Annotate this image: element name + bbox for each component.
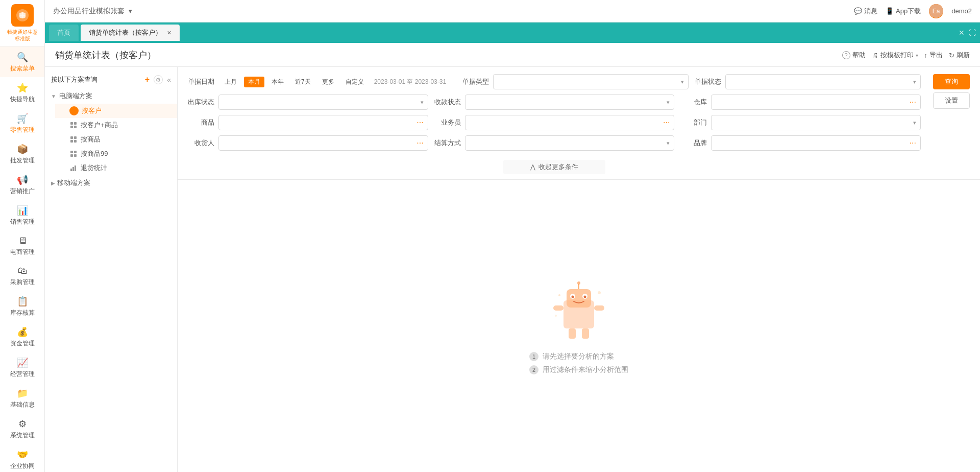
collapse-label: 收起更多条件 <box>538 162 578 172</box>
message-btn[interactable]: 💬 消息 <box>854 7 877 16</box>
page-header-actions: ? 帮助 🖨 按模板打印 ▾ ↑ 导出 ↻ 刷新 <box>842 51 970 60</box>
topbar-left: 办公用品行业模拟账套 ▾ <box>53 7 132 16</box>
topbar-right: 💬 消息 📱 App下载 Ea demo2 <box>854 4 972 18</box>
svg-rect-15 <box>70 169 72 171</box>
tab-close-btn[interactable]: ✕ <box>167 30 172 36</box>
main-area: 办公用品行业模拟账套 ▾ 💬 消息 📱 App下载 Ea <box>45 0 980 472</box>
tab-sales-stats[interactable]: 销货单统计表（按客户） ✕ <box>81 25 180 41</box>
sidebar-item-system[interactable]: ⚙ 系统管理 <box>0 413 44 444</box>
tree-item-by-product-99[interactable]: 按商品99 <box>55 147 177 161</box>
sidebar-item-inventory[interactable]: 📋 库存核算 <box>0 291 44 321</box>
sidebar-item-quick-nav[interactable]: ⭐ 快捷导航 <box>0 77 44 108</box>
filter-department-select[interactable]: ▾ <box>711 115 921 130</box>
svg-rect-24 <box>553 305 564 311</box>
filter-doc-status-col: 单据状态 ▾ <box>695 74 921 89</box>
template-print-btn[interactable]: 🖨 按模板打印 ▾ <box>872 51 918 60</box>
collapse-btn[interactable]: ⋀ 收起更多条件 <box>503 160 605 174</box>
refresh-btn[interactable]: ↻ 刷新 <box>949 51 970 60</box>
sidebar-item-finance-label: 资金管理 <box>10 339 35 348</box>
svg-point-23 <box>584 296 586 298</box>
filter-btn-custom[interactable]: 自定义 <box>341 76 368 88</box>
svg-text:Ea: Ea <box>933 8 940 15</box>
filter-btn-last-month[interactable]: 上月 <box>220 76 241 88</box>
tree-item-by-customer[interactable]: 按客户 <box>55 104 177 118</box>
filter-btn-more[interactable]: 更多 <box>318 76 338 88</box>
app-download-btn[interactable]: 📱 App下载 <box>886 7 921 16</box>
filter-warehouse-input[interactable]: ··· <box>711 95 921 110</box>
tab-home[interactable]: 首页 <box>49 25 79 41</box>
filter-salesperson-label: 业务员 <box>434 118 461 127</box>
page: 销货单统计表（按客户） ? 帮助 🖨 按模板打印 ▾ ↑ 导出 ↻ 刷新 <box>45 43 980 472</box>
sidebar-item-finance[interactable]: 💰 资金管理 <box>0 321 44 352</box>
filter-date-label: 单据日期 <box>188 77 214 86</box>
brand-dots-icon: ··· <box>910 138 916 148</box>
tree-item-desktop[interactable]: ▼ 电脑端方案 <box>45 88 177 104</box>
filter-brand-input[interactable]: ··· <box>711 135 921 151</box>
filter-product-label: 商品 <box>188 118 214 127</box>
user-avatar[interactable]: Ea <box>929 4 943 18</box>
filter-btn-last-7-days[interactable]: 近7天 <box>291 76 315 88</box>
sidebar-item-search[interactable]: 🔍 搜索菜单 <box>0 46 44 77</box>
sidebar-item-retail-label: 零售管理 <box>10 126 35 134</box>
filter-doc-type-select[interactable]: ▾ <box>493 74 689 89</box>
filter-btn-this-year[interactable]: 本年 <box>267 76 288 88</box>
doc-type-arrow-icon: ▾ <box>681 79 684 85</box>
filter-out-status-label: 出库状态 <box>188 98 214 107</box>
filter-payment-status-select[interactable]: ▾ <box>465 95 675 110</box>
doc-status-arrow-icon: ▾ <box>913 79 916 85</box>
svg-point-29 <box>577 281 580 285</box>
export-btn[interactable]: ↑ 导出 <box>924 51 943 60</box>
sidebar-item-retail[interactable]: 🛒 零售管理 <box>0 108 44 138</box>
filter-product-input[interactable]: ··· <box>218 115 428 130</box>
warehouse-dots-icon: ··· <box>910 98 916 107</box>
filter-department-label: 部门 <box>680 118 707 127</box>
filter-btn-this-month[interactable]: 本月 <box>244 77 264 87</box>
tab-fullscreen-btn[interactable]: ⛶ <box>969 29 976 37</box>
filter-out-status-select[interactable]: ▾ <box>218 95 428 110</box>
sidebar-item-ecommerce[interactable]: 🖥 电商管理 <box>0 230 44 261</box>
sidebar-item-search-label: 搜索菜单 <box>10 64 35 73</box>
sidebar-item-marketing[interactable]: 📢 营销推广 <box>0 169 44 200</box>
filter-salesperson-input[interactable]: ··· <box>465 115 675 130</box>
filter-area: 单据日期 上月 本月 本年 近7天 更多 自定义 2023-03-01 至 20… <box>178 67 980 180</box>
filter-settlement-col: 结算方式 ▾ <box>434 135 675 151</box>
left-panel-add-btn[interactable]: + <box>145 75 150 84</box>
filter-settlement-select[interactable]: ▾ <box>465 135 675 151</box>
search-icon: 🔍 <box>17 52 28 63</box>
wholesale-icon: 📦 <box>17 144 28 155</box>
svg-point-31 <box>598 291 601 294</box>
tab-minimize-btn[interactable]: ✕ <box>959 29 965 37</box>
svg-rect-8 <box>74 136 77 139</box>
left-panel-collapse-btn[interactable]: « <box>167 76 171 84</box>
quick-nav-icon: ⭐ <box>17 82 28 93</box>
sidebar-item-purchase[interactable]: 🛍 采购管理 <box>0 261 44 291</box>
by-customer-product-icon <box>69 121 78 129</box>
tree-label-desktop: 电脑端方案 <box>59 91 92 101</box>
help-btn[interactable]: ? 帮助 <box>842 51 866 60</box>
print-icon: 🖨 <box>872 52 878 59</box>
svg-rect-25 <box>594 305 604 311</box>
filter-brand-col: 品牌 ··· <box>680 135 921 151</box>
settings-filter-btn[interactable]: 设置 <box>933 92 970 109</box>
empty-hint-2-text: 用过滤条件来缩小分析范围 <box>543 365 628 374</box>
sidebar-item-wholesale[interactable]: 📦 批发管理 <box>0 138 44 169</box>
empty-state: 1 请先选择要分析的方案 2 用过滤条件来缩小分析范围 <box>178 180 980 472</box>
sidebar-item-marketing-label: 营销推广 <box>10 187 35 196</box>
filter-receiver-input[interactable]: ··· <box>218 135 428 151</box>
filter-doc-status-select[interactable]: ▾ <box>725 74 921 89</box>
sidebar-item-enterprise-label: 企业协同 <box>10 462 35 470</box>
query-btn[interactable]: 查询 <box>933 74 970 89</box>
filter-date-group: 上月 本月 本年 近7天 更多 自定义 <box>220 76 368 88</box>
query-btns: 查询 设置 <box>927 74 970 109</box>
sidebar-item-basic[interactable]: 📁 基础信息 <box>0 383 44 413</box>
topbar-suite-dropdown[interactable]: ▾ <box>129 7 132 15</box>
tree-item-by-customer-product[interactable]: 按客户+商品 <box>55 118 177 132</box>
sidebar-item-sales[interactable]: 📊 销售管理 <box>0 200 44 230</box>
tree-item-mobile[interactable]: ▶ 移动端方案 <box>45 175 177 191</box>
tree-item-by-product[interactable]: 按商品 <box>55 132 177 147</box>
left-panel-settings-btn[interactable]: ⚙ <box>154 75 163 84</box>
sidebar-item-operations[interactable]: 📈 经营管理 <box>0 352 44 383</box>
tree-item-return-stats[interactable]: 退货统计 <box>55 161 177 175</box>
content-body: 按以下方案查询 + ⚙ « ▼ 电脑端方案 按客户 <box>45 67 980 472</box>
sidebar-item-enterprise[interactable]: 🤝 企业协同 <box>0 444 44 472</box>
